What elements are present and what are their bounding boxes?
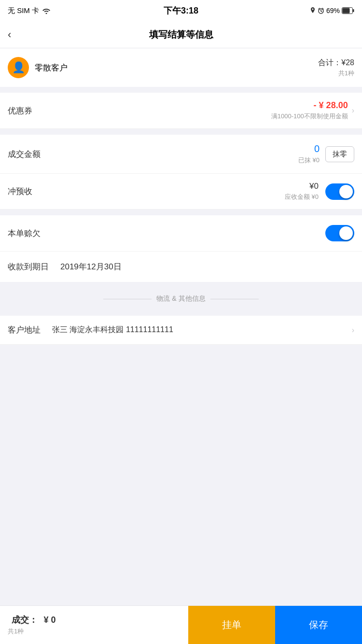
prepay-right: ¥0 应收金额 ¥0 [285,182,354,201]
sim-label: 无 SIM 卡 [8,6,39,15]
duedate-row: 收款到期日 2019年12月30日 [0,252,362,282]
customer-name: 零散客户 [35,62,68,73]
bottom-deal-row: 成交： ¥ 0 [8,614,181,626]
customer-info: 👤 零散客户 [8,57,68,78]
save-button[interactable]: 保存 [275,606,362,644]
customer-row: 👤 零散客户 合计：¥28 共1种 [0,48,362,87]
battery-label: 69% [326,7,340,14]
hang-order-button[interactable]: 挂单 [188,606,275,644]
address-value: 张三 海淀永丰科技园 11111111111 [52,325,350,335]
duedate-label: 收款到期日 [8,261,49,272]
nav-bar: ‹ 填写结算等信息 [0,21,362,48]
debt-row: 本单赊欠 [0,215,362,252]
prepay-values: ¥0 应收金额 ¥0 [285,182,319,201]
bottom-info: 成交： ¥ 0 共1种 [0,614,188,636]
status-time: 下午3:18 [164,5,198,16]
deal-amount-right: 0 已抹 ¥0 抹零 [298,143,354,165]
avatar: 👤 [8,57,29,78]
divider-line-left [103,299,152,299]
address-section: 客户地址 张三 海淀永丰科技园 11111111111 › [0,316,362,345]
duedate-value[interactable]: 2019年12月30日 [60,261,122,272]
prepay-row: 冲预收 ¥0 应收金额 ¥0 [0,174,362,210]
deal-amount-sub: 已抹 ¥0 [298,156,320,165]
svg-line-2 [321,11,322,12]
debt-toggle[interactable] [325,225,354,241]
debt-toggle-knob [339,226,353,240]
bottom-bar: 成交： ¥ 0 共1种 挂单 保存 [0,605,362,644]
coupon-right: - ¥ 28.00 满1000-100不限制使用金额 › [271,100,354,121]
coupon-discount: - ¥ 28.00 [271,100,348,111]
section-divider-label: 物流 & 其他信息 [156,294,205,303]
status-bar: 无 SIM 卡 下午3:18 69% [0,0,362,21]
svg-rect-5 [343,8,350,14]
address-row[interactable]: 客户地址 张三 海淀永丰科技园 11111111111 › [0,316,362,345]
coupon-value: - ¥ 28.00 满1000-100不限制使用金额 [271,100,348,121]
deal-amount-wrap: 0 已抹 ¥0 [298,143,320,165]
debt-label: 本单赊欠 [8,228,41,239]
coupon-section: 优惠券 - ¥ 28.00 满1000-100不限制使用金额 › [0,93,362,129]
toggle-knob [339,185,353,198]
prepay-toggle[interactable] [325,183,354,200]
battery-icon [342,7,354,14]
address-chevron-icon: › [352,326,354,335]
total-amount-label: 合计：¥28 [318,58,354,68]
page-title: 填写结算等信息 [149,28,213,41]
round-zero-button[interactable]: 抹零 [325,146,354,162]
deal-amount-value[interactable]: 0 [314,143,320,154]
coupon-label: 优惠券 [8,105,32,116]
back-button[interactable]: ‹ [8,28,11,41]
prepay-sub-value: 应收金额 ¥0 [285,193,319,201]
wifi-icon [42,7,51,14]
customer-section: 👤 零散客户 合计：¥28 共1种 [0,48,362,87]
deal-amount-row: 成交金额 0 已抹 ¥0 抹零 [0,135,362,174]
bottom-count-label: 共1种 [8,627,181,636]
logistics-divider: 物流 & 其他信息 [0,288,362,310]
coupon-desc: 满1000-100不限制使用金额 [271,112,348,121]
status-right: 69% [310,7,354,14]
divider-line-right [210,299,259,299]
avatar-icon: 👤 [12,61,25,74]
coupon-chevron-icon: › [352,106,354,115]
debt-section: 本单赊欠 收款到期日 2019年12月30日 [0,215,362,282]
address-label: 客户地址 [8,324,41,336]
location-icon [310,7,316,14]
alarm-icon [318,7,324,14]
svg-rect-4 [353,9,354,12]
total-count-label: 共1种 [318,69,354,78]
customer-total: 合计：¥28 共1种 [318,58,354,78]
transaction-section: 成交金额 0 已抹 ¥0 抹零 冲预收 ¥0 应收金额 ¥0 [0,135,362,210]
bottom-deal-label: 成交： [12,615,38,625]
main-content: 👤 零散客户 合计：¥28 共1种 优惠券 - ¥ 28.00 满1000-10… [0,48,362,388]
prepay-label: 冲预收 [8,186,32,197]
bottom-deal-value: ¥ 0 [43,615,56,625]
status-left: 无 SIM 卡 [8,6,51,15]
coupon-row[interactable]: 优惠券 - ¥ 28.00 满1000-100不限制使用金额 › [0,93,362,129]
deal-amount-label: 成交金额 [8,149,41,160]
prepay-main-value: ¥0 [285,182,319,191]
